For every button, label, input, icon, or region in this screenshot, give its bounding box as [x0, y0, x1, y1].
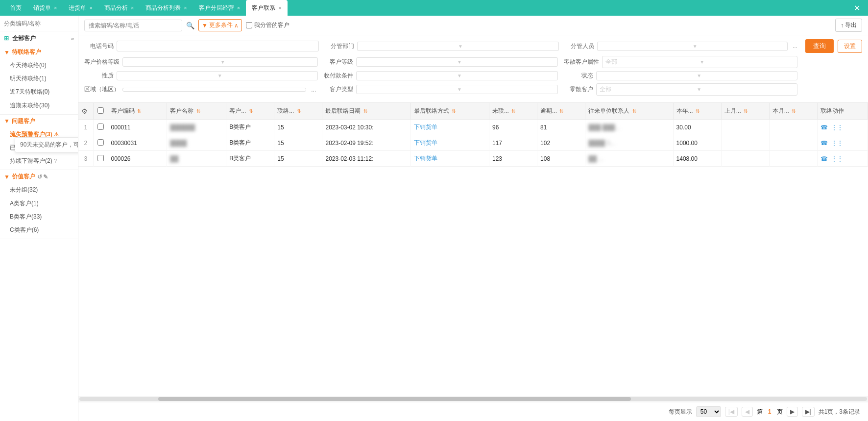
status-label: 状态: [564, 72, 593, 80]
sidebar-item-ungroup[interactable]: 未分组(32): [0, 183, 78, 197]
retail-attr-label: 零散客户属性: [564, 58, 599, 66]
prev-page-button[interactable]: ◀: [742, 407, 753, 417]
tab-close-customer-contact[interactable]: ×: [278, 5, 281, 11]
tab-purchase[interactable]: 进货单 ×: [63, 0, 98, 16]
next-page-button[interactable]: ▶: [787, 407, 798, 417]
sidebar: 🔍 ⊞ 全部客户 « ▼ 待联络客户 今天待联络(0) 明天待联络(1) 近7天…: [0, 16, 78, 421]
col-this-year[interactable]: 本年... ⇅: [673, 103, 721, 120]
sidebar-group-problem-title[interactable]: ▼ 问题客户: [0, 115, 78, 128]
row-checkbox[interactable]: [97, 155, 104, 161]
col-contact-person[interactable]: 往来单位联系人 ⇅: [585, 103, 673, 120]
tab-customer-contact[interactable]: 客户联系 ×: [246, 0, 287, 16]
row-code: 000011: [108, 120, 167, 135]
payment-select[interactable]: ▼: [356, 71, 557, 80]
col-uncontacted[interactable]: 未联... ⇅: [489, 103, 537, 120]
scrollbar-thumb[interactable]: [158, 397, 631, 401]
col-overdue[interactable]: 逾期... ⇅: [537, 103, 585, 120]
last-method-link[interactable]: 下销货单: [414, 155, 437, 162]
last-method-link[interactable]: 下销货单: [414, 139, 437, 146]
tab-close-analysis-list[interactable]: ×: [184, 5, 187, 11]
nature-select[interactable]: ▼: [117, 71, 318, 80]
col-type[interactable]: 客户... ⇅: [226, 103, 274, 120]
main-search-input[interactable]: [84, 20, 182, 31]
more-conditions-button[interactable]: ▼ 更多条件 ∧: [198, 19, 242, 31]
col-last-month[interactable]: 上月... ⇅: [721, 103, 769, 120]
action-more-icon[interactable]: ⋮⋮: [831, 155, 843, 162]
row-overdue: 81: [537, 120, 585, 135]
tab-sales[interactable]: 销货单 ×: [27, 0, 63, 16]
person-dots[interactable]: ...: [791, 43, 799, 50]
sidebar-item-declining[interactable]: 持续下滑客户(2) ?: [0, 154, 78, 168]
sidebar-group-value-title[interactable]: ▼ 价值客户 ↺ ✎: [0, 170, 78, 183]
sidebar-item-overdue[interactable]: 逾期未联络(30): [0, 99, 78, 112]
retail-customer-label: 零散客户: [564, 85, 593, 94]
sidebar-collapse-btn[interactable]: «: [71, 36, 74, 42]
col-last-method[interactable]: 最后联络方式 ⇅: [411, 103, 489, 120]
action-more-icon[interactable]: ⋮⋮: [831, 140, 843, 147]
query-button[interactable]: 查询: [805, 39, 834, 53]
phone-input[interactable]: [117, 41, 319, 51]
row-checkbox[interactable]: [97, 124, 104, 130]
filter-row-2: 客户价格等级 ▼ 客户等级 ▼ 零散客户属性 全部: [84, 56, 862, 68]
sidebar-item-b-class[interactable]: B类客户(33): [0, 210, 78, 223]
per-page-select[interactable]: 50 100 200: [696, 406, 721, 417]
last-method-link[interactable]: 下销货单: [414, 124, 437, 130]
export-button[interactable]: ↑ 导出: [835, 19, 862, 32]
col-last-date[interactable]: 最后联络日期 ⇅: [322, 103, 411, 120]
tab-analysis[interactable]: 商品分析 ×: [98, 0, 140, 16]
dept-select[interactable]: ▼: [357, 42, 559, 51]
sidebar-item-7days[interactable]: 近7天待联络(0): [0, 85, 78, 99]
tab-analysis-list[interactable]: 商品分析列表 ×: [140, 0, 193, 16]
col-this-month[interactable]: 本月... ⇅: [769, 103, 817, 120]
price-grade-select[interactable]: ▼: [122, 57, 318, 67]
filter-bar: 🔍 ▼ 更多条件 ∧ 我分管的客户 ↑ 导出: [78, 16, 868, 35]
table-settings-button[interactable]: ⚙: [81, 107, 88, 115]
filter-status: 状态 ▼: [564, 71, 797, 80]
action-contact-icon[interactable]: ☎: [820, 140, 828, 147]
sidebar-item-a-class[interactable]: A类客户(1): [0, 197, 78, 210]
action-more-icon[interactable]: ⋮⋮: [831, 124, 843, 131]
status-select[interactable]: ▼: [596, 71, 797, 80]
col-checkbox: [93, 103, 108, 120]
horizontal-scrollbar[interactable]: [78, 396, 868, 402]
sidebar-item-today[interactable]: 今天待联络(0): [0, 59, 78, 72]
action-contact-icon[interactable]: ☎: [820, 155, 828, 162]
tab-close-purchase[interactable]: ×: [89, 5, 92, 11]
person-select[interactable]: ▼: [597, 42, 788, 51]
col-code[interactable]: 客户编码 ⇅: [108, 103, 167, 120]
select-all-checkbox[interactable]: [97, 107, 104, 114]
sidebar-all-customers[interactable]: ⊞ 全部客户 «: [0, 31, 78, 46]
sort-icon: ⇅: [744, 108, 747, 114]
tab-close-customer-layer[interactable]: ×: [237, 5, 240, 11]
row-checkbox[interactable]: [97, 139, 104, 146]
row-contact-count: 15: [274, 120, 322, 135]
retail-attr-select[interactable]: 全部 ▼: [602, 56, 797, 68]
sort-icon: ⇅: [511, 108, 515, 114]
tab-close-sales[interactable]: ×: [54, 5, 57, 11]
settings-button[interactable]: 设置: [838, 40, 862, 53]
last-page-button[interactable]: ▶|: [802, 407, 815, 417]
tab-close-analysis[interactable]: ×: [131, 5, 134, 11]
sidebar-search-input[interactable]: [4, 20, 77, 27]
app-close-button[interactable]: ✕: [850, 3, 864, 13]
sidebar-group-pending-title[interactable]: ▼ 待联络客户: [0, 46, 78, 59]
tab-home[interactable]: 首页: [4, 0, 27, 16]
refresh-icon[interactable]: ↺: [37, 173, 42, 180]
sidebar-item-c-class[interactable]: C类客户(6): [0, 223, 78, 237]
customer-type-select[interactable]: ▼: [356, 85, 557, 94]
edit-icon[interactable]: ✎: [43, 173, 48, 180]
my-customers-checkbox-label[interactable]: 我分管的客户: [246, 21, 289, 29]
region-dots[interactable]: ...: [309, 86, 318, 93]
retail-customer-select[interactable]: 全部 ▼: [596, 83, 797, 96]
col-name[interactable]: 客户名称 ⇅: [167, 103, 226, 120]
sidebar-item-tomorrow[interactable]: 明天待联络(1): [0, 72, 78, 85]
tab-customer-layer[interactable]: 客户分层经营 ×: [193, 0, 246, 16]
first-page-button[interactable]: |◀: [725, 407, 738, 417]
main-search-button[interactable]: 🔍: [186, 22, 194, 29]
scrollbar-track: [79, 397, 867, 401]
col-contact-count[interactable]: 联络... ⇅: [274, 103, 322, 120]
my-customers-checkbox[interactable]: [246, 22, 252, 28]
region-select[interactable]: [122, 88, 306, 92]
customer-grade-select[interactable]: ▼: [356, 57, 557, 67]
action-contact-icon[interactable]: ☎: [820, 124, 828, 131]
